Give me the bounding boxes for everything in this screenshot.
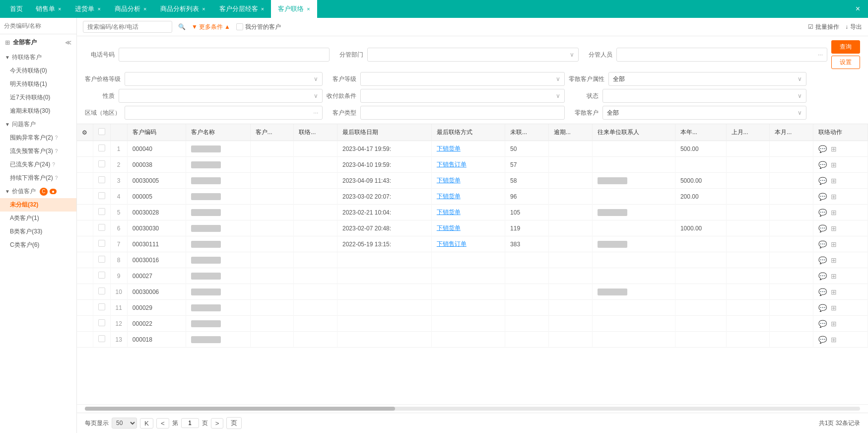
row-checkbox[interactable] bbox=[93, 284, 110, 300]
row-checkbox[interactable] bbox=[93, 236, 110, 252]
price-level-input[interactable]: ∨ bbox=[125, 72, 323, 86]
close-tab-product-analysis-list[interactable]: × bbox=[202, 6, 205, 12]
tab-customer-contact[interactable]: 客户联络 × bbox=[271, 0, 317, 18]
contact-method-link[interactable]: 下销货单 bbox=[437, 209, 461, 216]
next-page-button[interactable]: > bbox=[211, 418, 224, 429]
customer-type-input[interactable] bbox=[360, 106, 564, 120]
sidebar-item-today-pending[interactable]: 今天待联络(0) bbox=[0, 64, 76, 77]
search-input[interactable] bbox=[83, 21, 172, 33]
first-page-button[interactable]: K bbox=[140, 418, 153, 429]
sidebar-item-unsorted[interactable]: 未分组(32) bbox=[0, 198, 76, 212]
tab-product-analysis-list[interactable]: 商品分析列表 × bbox=[153, 0, 212, 18]
grid-action-icon[interactable]: ⊞ bbox=[831, 336, 837, 344]
problem-group-header[interactable]: ▼ 问题客户 bbox=[0, 118, 76, 131]
grid-action-icon[interactable]: ⊞ bbox=[831, 145, 837, 153]
tab-customer-segment[interactable]: 客户分层经客 × bbox=[212, 0, 271, 18]
grid-action-icon[interactable]: ⊞ bbox=[831, 224, 837, 232]
value-group-header[interactable]: ▼ 价值客户 C ● bbox=[0, 185, 76, 198]
row-checkbox[interactable] bbox=[93, 316, 110, 332]
grid-action-icon[interactable]: ⊞ bbox=[831, 177, 837, 185]
grid-action-icon[interactable]: ⊞ bbox=[831, 304, 837, 312]
chat-icon[interactable]: 💬 bbox=[818, 336, 827, 344]
chat-icon[interactable]: 💬 bbox=[818, 177, 827, 185]
all-customers-label[interactable]: 全部客户 bbox=[13, 38, 37, 47]
close-tab-sales[interactable]: × bbox=[58, 6, 61, 12]
grid-action-icon[interactable]: ⊞ bbox=[831, 256, 837, 264]
chat-icon[interactable]: 💬 bbox=[818, 161, 827, 169]
grid-action-icon[interactable]: ⊞ bbox=[831, 320, 837, 328]
row-checkbox[interactable] bbox=[93, 141, 110, 157]
grid-action-icon[interactable]: ⊞ bbox=[831, 272, 837, 280]
scatter-customer-input[interactable]: 全部 ∨ bbox=[602, 106, 806, 120]
tab-purchase[interactable]: 进货单 × bbox=[68, 0, 107, 18]
grid-action-icon[interactable]: ⊞ bbox=[831, 288, 837, 296]
sidebar-item-class-c[interactable]: C类客户(6) bbox=[0, 238, 76, 252]
customer-level-input[interactable]: ∨ bbox=[360, 72, 564, 86]
row-checkbox[interactable] bbox=[93, 220, 110, 236]
query-button[interactable]: 查询 bbox=[831, 40, 860, 54]
chat-icon[interactable]: 💬 bbox=[818, 209, 827, 216]
close-tab-purchase[interactable]: × bbox=[97, 6, 100, 12]
sidebar-item-churn-warning[interactable]: 流失预警客户(3) ? bbox=[0, 144, 76, 158]
export-button[interactable]: ↓ 导出 bbox=[845, 23, 862, 31]
contact-method-link[interactable]: 下销售订单 bbox=[437, 161, 467, 168]
sidebar-item-churned[interactable]: 已流失客户(24) ? bbox=[0, 158, 76, 171]
chat-icon[interactable]: 💬 bbox=[818, 240, 827, 248]
row-checkbox[interactable] bbox=[93, 300, 110, 316]
row-checkbox[interactable] bbox=[93, 332, 110, 348]
contact-method-link[interactable]: 下销货单 bbox=[437, 145, 461, 152]
sidebar-item-declining[interactable]: 持续下滑客户(2) ? bbox=[0, 171, 76, 185]
grid-action-icon[interactable]: ⊞ bbox=[831, 240, 837, 248]
dept-input[interactable]: ∨ bbox=[367, 48, 578, 62]
sidebar-item-overdue-pending[interactable]: 逾期未联络(30) bbox=[0, 104, 76, 118]
payment-input[interactable]: ∨ bbox=[360, 89, 564, 103]
chat-icon[interactable]: 💬 bbox=[818, 304, 827, 312]
chat-icon[interactable]: 💬 bbox=[818, 288, 827, 296]
bulk-operation-button[interactable]: ☑ 批量操作 bbox=[808, 23, 839, 31]
chat-icon[interactable]: 💬 bbox=[818, 256, 827, 264]
manager-input[interactable]: ··· bbox=[616, 48, 827, 62]
search-icon[interactable]: 🔍 bbox=[178, 23, 186, 30]
tab-sales[interactable]: 销售单 × bbox=[29, 0, 68, 18]
close-tab-product-analysis[interactable]: × bbox=[143, 6, 146, 12]
sidebar-collapse-icon[interactable]: ≪ bbox=[65, 39, 71, 46]
grid-action-icon[interactable]: ⊞ bbox=[831, 209, 837, 216]
sidebar-item-class-b[interactable]: B类客户(33) bbox=[0, 225, 76, 238]
sidebar-item-7day-pending[interactable]: 近7天待联络(0) bbox=[0, 91, 76, 104]
chat-icon[interactable]: 💬 bbox=[818, 320, 827, 328]
last-page-button[interactable]: 页 bbox=[226, 417, 242, 429]
sidebar-item-class-a[interactable]: A类客户(1) bbox=[0, 212, 76, 225]
chat-icon[interactable]: 💬 bbox=[818, 224, 827, 232]
region-input[interactable]: ··· bbox=[125, 106, 323, 120]
scatter-attr-input[interactable]: 全部 ∨ bbox=[608, 72, 806, 86]
column-checkbox[interactable] bbox=[93, 124, 110, 141]
row-checkbox[interactable] bbox=[93, 157, 110, 173]
sidebar-item-tomorrow-pending[interactable]: 明天待联络(1) bbox=[0, 77, 76, 91]
chat-icon[interactable]: 💬 bbox=[818, 193, 827, 201]
chat-icon[interactable]: 💬 bbox=[818, 272, 827, 280]
my-customers-checkbox[interactable] bbox=[236, 23, 243, 30]
grid-action-icon[interactable]: ⊞ bbox=[831, 161, 837, 169]
nature-input[interactable]: ∨ bbox=[119, 89, 323, 103]
contact-method-link[interactable]: 下销售订单 bbox=[437, 240, 467, 247]
more-conditions-button[interactable]: ▼ 更多条件 ▲ bbox=[192, 23, 230, 31]
page-size-select[interactable]: 50 100 200 bbox=[112, 418, 137, 429]
horizontal-scrollbar[interactable] bbox=[77, 404, 868, 413]
reset-button[interactable]: 设置 bbox=[831, 56, 860, 69]
contact-method-link[interactable]: 下销货单 bbox=[437, 193, 461, 200]
row-checkbox[interactable] bbox=[93, 252, 110, 268]
close-tab-customer-contact[interactable]: × bbox=[307, 6, 310, 12]
page-number-input[interactable] bbox=[181, 418, 199, 428]
row-checkbox[interactable] bbox=[93, 268, 110, 284]
phone-input[interactable] bbox=[119, 48, 330, 62]
contact-method-link[interactable]: 下销货单 bbox=[437, 177, 461, 184]
tab-product-analysis[interactable]: 商品分析 × bbox=[108, 0, 153, 18]
close-window-button[interactable]: × bbox=[852, 4, 864, 13]
status-input[interactable]: ∨ bbox=[602, 89, 806, 103]
contact-method-link[interactable]: 下销货单 bbox=[437, 224, 461, 231]
row-checkbox[interactable] bbox=[93, 205, 110, 220]
pending-group-header[interactable]: ▼ 待联络客户 bbox=[0, 51, 76, 64]
chat-icon[interactable]: 💬 bbox=[818, 145, 827, 153]
category-search-input[interactable] bbox=[4, 22, 77, 29]
close-tab-customer-segment[interactable]: × bbox=[261, 6, 264, 12]
